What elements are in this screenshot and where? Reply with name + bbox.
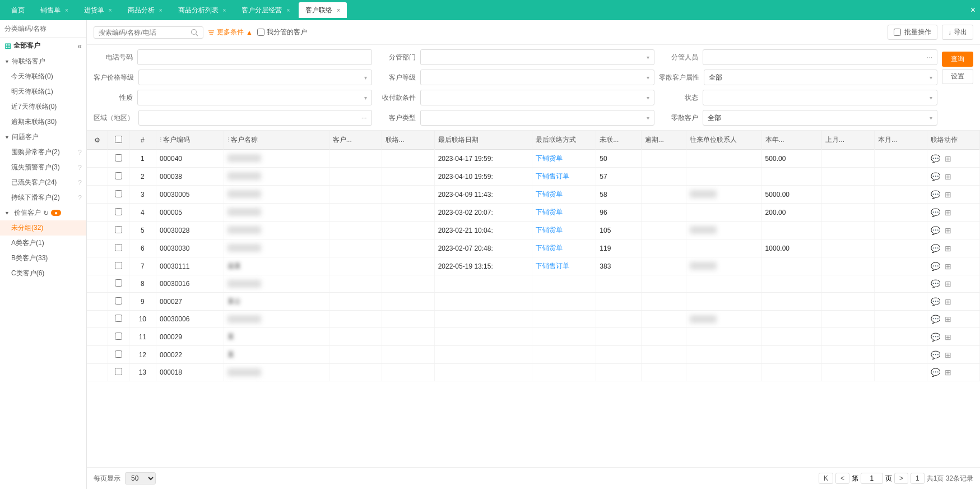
more-conditions-btn[interactable]: 更多条件 ▲ xyxy=(208,27,253,37)
row-select-10[interactable] xyxy=(115,333,122,340)
row-grid-icon-8[interactable]: ⊞ xyxy=(945,297,951,306)
sidebar-all-customers[interactable]: ⊞ 全部客户 « xyxy=(0,38,86,54)
row-checkbox-7[interactable] xyxy=(108,275,129,293)
last-page-button[interactable]: 1 xyxy=(911,473,925,484)
batch-op-button[interactable]: 批量操作 xyxy=(888,25,937,40)
row-message-icon-5[interactable]: 💬 xyxy=(931,244,940,253)
sidebar-item-type-a[interactable]: A类客户(1) xyxy=(0,236,86,251)
sidebar-group-problem[interactable]: ▼ 问题客户 xyxy=(0,130,86,145)
row-checkbox-9[interactable] xyxy=(108,311,129,328)
window-close-button[interactable]: × xyxy=(970,5,976,15)
row-checkbox-8[interactable] xyxy=(108,293,129,311)
row-message-icon-4[interactable]: 💬 xyxy=(931,226,940,235)
filter-customer-type-select[interactable]: ▾ xyxy=(420,110,655,126)
sidebar-item-ungroup[interactable]: 未分组(32) xyxy=(0,220,86,236)
row-message-icon-6[interactable]: 💬 xyxy=(931,262,940,271)
row-select-4[interactable] xyxy=(115,226,122,233)
select-all-checkbox[interactable] xyxy=(115,136,122,143)
row-select-12[interactable] xyxy=(115,368,122,375)
tab-customer-segment[interactable]: 客户分层经营 × xyxy=(235,2,296,18)
last-method-link-1[interactable]: 下销售订单 xyxy=(536,172,569,180)
last-method-link-4[interactable]: 下销货单 xyxy=(536,226,563,234)
row-message-icon-10[interactable]: 💬 xyxy=(931,333,940,342)
filter-dept-select[interactable]: ▾ xyxy=(420,49,655,65)
row-checkbox-4[interactable] xyxy=(108,222,129,239)
row-select-5[interactable] xyxy=(115,244,122,251)
tab-customer-segment-close[interactable]: × xyxy=(286,7,290,13)
my-customers-input[interactable] xyxy=(257,29,264,36)
row-message-icon-3[interactable]: 💬 xyxy=(931,208,940,217)
tab-product-analysis-list-close[interactable]: × xyxy=(223,7,226,13)
sidebar-item-7days[interactable]: 近7天待联络(0) xyxy=(0,99,86,114)
row-message-icon-12[interactable]: 💬 xyxy=(931,368,940,377)
row-checkbox-1[interactable] xyxy=(108,168,129,186)
filter-manager-select[interactable]: ··· xyxy=(703,49,937,65)
tab-sales-close[interactable]: × xyxy=(65,7,68,13)
tab-home[interactable]: 首页 xyxy=(4,2,31,18)
next-page-button[interactable]: > xyxy=(894,473,908,484)
main-search-input[interactable] xyxy=(99,29,188,36)
row-grid-icon-4[interactable]: ⊞ xyxy=(945,226,951,235)
row-message-icon-11[interactable]: 💬 xyxy=(931,350,940,359)
sidebar-item-declining[interactable]: 持续下滑客户(2) ? xyxy=(0,190,86,205)
data-table-container[interactable]: ⚙ # ⁝客户编码 ⁝客户名称 客户... 联络... xyxy=(87,131,980,467)
row-grid-icon-11[interactable]: ⊞ xyxy=(945,350,951,359)
row-select-9[interactable] xyxy=(115,315,122,322)
row-message-icon-7[interactable]: 💬 xyxy=(931,279,940,288)
row-grid-icon-5[interactable]: ⊞ xyxy=(945,244,951,253)
export-button[interactable]: ↓ 导出 xyxy=(942,25,973,40)
last-method-link-6[interactable]: 下销售订单 xyxy=(536,262,569,270)
last-method-link-5[interactable]: 下销货单 xyxy=(536,244,563,252)
tab-product-analysis-list[interactable]: 商品分析列表 × xyxy=(171,2,233,18)
filter-payment-select[interactable]: ▾ xyxy=(420,90,655,105)
filter-customer-level-select[interactable]: ▾ xyxy=(420,70,655,85)
filter-scatter-attr-select[interactable]: 全部 ▾ xyxy=(704,70,937,85)
row-select-1[interactable] xyxy=(115,172,122,179)
row-checkbox-11[interactable] xyxy=(108,346,129,364)
tab-sales[interactable]: 销售单 × xyxy=(34,2,75,18)
row-select-11[interactable] xyxy=(115,350,122,358)
page-input[interactable] xyxy=(861,473,883,484)
sidebar-collapse-icon[interactable]: « xyxy=(77,41,82,50)
last-method-link-0[interactable]: 下销货单 xyxy=(536,154,563,162)
row-message-icon-8[interactable]: 💬 xyxy=(931,297,940,306)
row-select-8[interactable] xyxy=(115,297,122,305)
page-size-select[interactable]: 50 20 100 xyxy=(125,472,156,485)
first-page-button[interactable]: K xyxy=(819,473,833,484)
sidebar-item-today[interactable]: 今天待联络(0) xyxy=(0,69,86,84)
row-select-7[interactable] xyxy=(115,279,122,287)
tab-purchase[interactable]: 进货单 × xyxy=(77,2,119,18)
row-select-3[interactable] xyxy=(115,208,122,215)
row-grid-icon-6[interactable]: ⊞ xyxy=(945,262,951,271)
sidebar-search-input[interactable] xyxy=(4,25,87,33)
batch-checkbox[interactable] xyxy=(894,29,901,36)
row-select-6[interactable] xyxy=(115,262,122,269)
row-grid-icon-2[interactable]: ⊞ xyxy=(945,190,951,199)
filter-region-select[interactable]: ··· xyxy=(138,110,372,126)
sidebar-item-overdue[interactable]: 逾期未联络(30) xyxy=(0,114,86,130)
sidebar-item-churn-warning[interactable]: 流失预警客户(3) ? xyxy=(0,160,86,175)
tab-customer-contact[interactable]: 客户联络 × xyxy=(299,2,347,18)
row-checkbox-10[interactable] xyxy=(108,328,129,346)
settings-gear-icon[interactable]: ⚙ xyxy=(94,136,100,144)
last-method-link-3[interactable]: 下销货单 xyxy=(536,208,563,216)
sidebar-group-value[interactable]: ▼ 价值客户 ↻ ● xyxy=(0,205,86,220)
row-grid-icon-1[interactable]: ⊞ xyxy=(945,172,951,181)
tab-customer-contact-close[interactable]: × xyxy=(337,7,340,13)
my-customers-checkbox[interactable]: 我分管的客户 xyxy=(257,27,307,37)
row-checkbox-0[interactable] xyxy=(108,150,129,168)
row-grid-icon-3[interactable]: ⊞ xyxy=(945,208,951,217)
sidebar-item-type-c[interactable]: C类客户(6) xyxy=(0,266,86,281)
row-checkbox-12[interactable] xyxy=(108,364,129,381)
row-grid-icon-7[interactable]: ⊞ xyxy=(945,279,951,288)
sidebar-group-pending[interactable]: ▼ 待联络客户 xyxy=(0,54,86,69)
row-checkbox-6[interactable] xyxy=(108,257,129,275)
row-checkbox-5[interactable] xyxy=(108,239,129,257)
row-grid-icon-12[interactable]: ⊞ xyxy=(945,368,951,377)
reset-button[interactable]: 设置 xyxy=(942,69,973,84)
row-select-2[interactable] xyxy=(115,190,122,197)
col-settings[interactable]: ⚙ xyxy=(87,131,108,150)
last-method-link-2[interactable]: 下销货单 xyxy=(536,190,563,198)
row-message-icon-2[interactable]: 💬 xyxy=(931,190,940,199)
filter-nature-select[interactable]: ▾ xyxy=(137,90,372,105)
